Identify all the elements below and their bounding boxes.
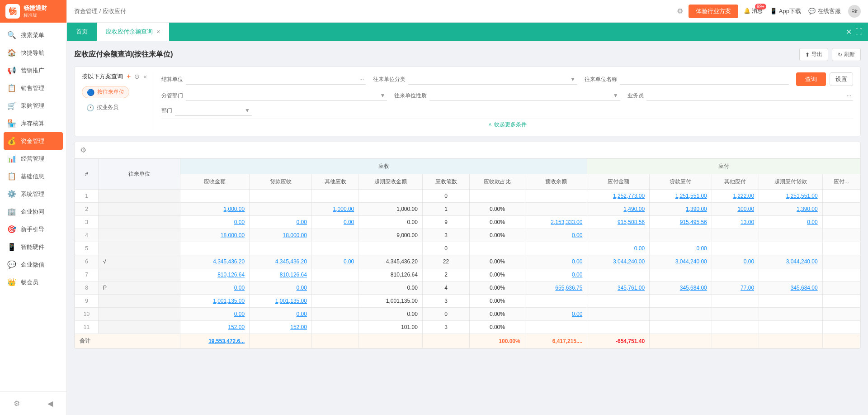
wechat-icon: 💬 [7, 260, 16, 269]
finance-icon: 💰 [7, 137, 16, 145]
tab-receivable-query[interactable]: 应收应付余额查询 × [97, 23, 169, 41]
user-avatar: Rit [848, 5, 861, 18]
total-ap-suffix [822, 334, 860, 348]
unit-nature-arrow[interactable]: ▼ [613, 92, 618, 99]
sidebar-item-search-menu[interactable]: 🔍 搜索菜单 [0, 26, 66, 44]
sidebar-item-operations[interactable]: 📊 经营管理 [0, 150, 66, 167]
page-actions: ⬆ 导出 ↻ 刷新 [799, 48, 861, 61]
unit-category-arrow[interactable]: ▼ [570, 76, 576, 82]
sidebar-item-quick-nav[interactable]: 🏠 快捷导航 [0, 44, 66, 62]
online-service-label: 在线客服 [817, 7, 841, 15]
user-menu[interactable]: Rit [848, 5, 861, 18]
filter-settings-button[interactable]: 设置 [830, 72, 853, 86]
table-row: 500.000.00 [75, 242, 860, 255]
col-other-ar: 其他应收 [311, 174, 359, 190]
promo-button[interactable]: 体验行业方案 [689, 5, 738, 18]
row-num-cell: 5 [75, 242, 99, 255]
table-row: 21,000.001,000.001,000.0010.00%1,490.001… [75, 203, 860, 216]
row-num-cell: 3 [75, 216, 99, 229]
sidebar-logo: 畅 畅捷通财 标准版 [0, 0, 66, 23]
sidebar-label-inventory: 库存核算 [21, 119, 44, 128]
row-unit-cell [98, 321, 180, 334]
sidebar-item-enterprise[interactable]: 🏢 企业协同 [0, 203, 66, 220]
col-overdue-ar: 超期应收金额 [359, 174, 423, 190]
sidebar-item-finance[interactable]: 💰 资金管理 [4, 132, 63, 150]
sidebar-bottom: ⚙ ◀ [0, 391, 66, 415]
app-download-label: App下载 [779, 7, 801, 15]
department-arrow[interactable]: ▼ [245, 107, 250, 114]
table-settings-icon[interactable]: ⚙ [80, 146, 86, 154]
smart-hw-icon: 📱 [7, 243, 16, 251]
table-row: 91,001,135.001,001,135.001,001,135.0030.… [75, 295, 860, 308]
filter-collapse-btn[interactable]: ∧ 收起更多条件 [161, 119, 853, 130]
sidebar-settings-btn[interactable]: ⚙ [11, 396, 23, 410]
col-ap-amount: 应付金额 [587, 174, 650, 190]
sidebar-collapse-btn[interactable]: ◀ [45, 396, 56, 410]
search-menu-icon: 🔍 [7, 31, 16, 39]
table-row: 101,252,773.001,251,551.001,222.001,251,… [75, 190, 860, 203]
notification-icon[interactable]: 🔔 99+ 消息 [744, 7, 763, 15]
settlement-unit-dots[interactable]: ··· [359, 76, 364, 82]
sidebar-item-purchase[interactable]: 🛒 采购管理 [0, 97, 66, 114]
sidebar-label-finance: 资金管理 [21, 137, 44, 145]
department-label: 部门 [161, 107, 172, 114]
dept-head-arrow[interactable]: ▼ [380, 92, 385, 99]
sidebar-item-inventory[interactable]: 🏪 库存核算 [0, 114, 66, 132]
tab-home[interactable]: 首页 [67, 23, 97, 41]
row-unit-cell [98, 190, 180, 203]
total-loan-ap [650, 334, 712, 348]
col-other-ap: 其他应付 [712, 174, 759, 190]
filter-add-btn[interactable]: + [127, 72, 131, 81]
breadcrumb: 资金管理 / 应收应付 [74, 7, 671, 15]
row-unit-cell [98, 268, 180, 281]
sidebar-item-member[interactable]: 👑 畅会员 [0, 273, 66, 291]
total-label-cell: 合计 [75, 334, 180, 348]
sidebar-label-search-menu: 搜索菜单 [21, 31, 44, 39]
app-download-btn[interactable]: 📱 App下载 [770, 7, 801, 15]
settings-gear-icon[interactable]: ⚙ [677, 7, 683, 15]
sidebar-item-system[interactable]: ⚙️ 系统管理 [0, 185, 66, 203]
filter-collapse-icon[interactable]: « [143, 73, 147, 80]
maximize-btn[interactable]: ⛶ [855, 28, 863, 36]
scheme-item-by-unit[interactable]: 🔵 按往来单位 [82, 86, 129, 98]
operations-icon: 📊 [7, 154, 16, 163]
sidebar-label-member: 畅会员 [21, 278, 38, 286]
row-unit-cell: √ [98, 255, 180, 268]
salesperson-dots[interactable]: ··· [847, 92, 851, 99]
table-row: 100.000.000.0000.00%0.00 [75, 308, 860, 321]
refresh-button[interactable]: ↻ 刷新 [832, 48, 861, 61]
sidebar-item-marketing[interactable]: 📢 营销推广 [0, 62, 66, 79]
row-num-cell: 4 [75, 229, 99, 242]
logo-sub: 标准版 [24, 12, 47, 19]
tab-close-icon[interactable]: × [156, 28, 160, 35]
sidebar-label-system: 系统管理 [21, 190, 44, 198]
row-num-cell: 7 [75, 268, 99, 281]
scheme-item-by-employee[interactable]: 🕐 按业务员 [82, 102, 123, 113]
table-container: ⚙ # 往来单位 应收 应付 应收金额 贷款应收 其他应收 超期应收金额 [74, 142, 861, 349]
online-service-btn[interactable]: 💬 在线客服 [808, 7, 841, 15]
unit-name-input[interactable] [620, 74, 789, 85]
table-row: 8P0.000.000.0040.00%655,636.75345,761.00… [75, 281, 860, 295]
sidebar-item-basic-info[interactable]: 📋 基础信息 [0, 167, 66, 185]
col-group-ar: 应收 [180, 159, 587, 174]
member-icon: 👑 [7, 278, 16, 286]
page-header: 应收应付余额查询(按往来单位) ⬆ 导出 ↻ 刷新 [74, 48, 861, 61]
export-button[interactable]: ⬆ 导出 [799, 48, 828, 61]
table-row: 30.000.000.000.0090.00%2,153,333.00915,5… [75, 216, 860, 229]
col-overdue-ap: 超期应付贷款 [759, 174, 823, 190]
service-icon: 💬 [808, 8, 816, 14]
row-unit-cell [98, 295, 180, 308]
sidebar-item-sales[interactable]: 📋 销售管理 [0, 79, 66, 97]
query-button[interactable]: 查询 [796, 72, 826, 86]
settlement-unit-label: 结算单位 [161, 76, 183, 83]
row-unit-cell [98, 216, 180, 229]
total-ar-amount[interactable]: 19,553,472.6... [180, 334, 250, 348]
sidebar-item-guide[interactable]: 🎯 新手引导 [0, 220, 66, 238]
sidebar-item-wechat[interactable]: 💬 企业微信 [0, 256, 66, 273]
filter-settings-icon[interactable]: ⊙ [134, 73, 140, 80]
total-overdue-ar [359, 334, 423, 348]
close-tab-btn[interactable]: ✕ [846, 28, 852, 36]
purchase-icon: 🛒 [7, 101, 16, 110]
col-group-ap: 应付 [587, 159, 860, 174]
sidebar-item-smart-hw[interactable]: 📱 智能硬件 [0, 238, 66, 256]
